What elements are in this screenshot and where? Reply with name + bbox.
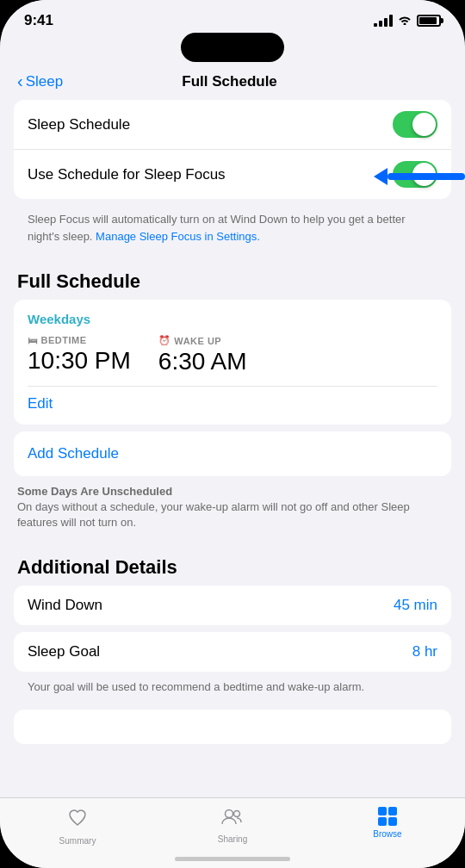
arrow-annotation <box>375 168 465 185</box>
battery-icon <box>417 15 441 27</box>
bedtime-block: 🛏 BEDTIME 10:30 PM <box>28 335 131 375</box>
sleep-goal-row[interactable]: Sleep Goal 8 hr <box>14 632 451 672</box>
sleep-goal-card[interactable]: Sleep Goal 8 hr <box>14 632 451 672</box>
tab-summary[interactable]: Summary <box>0 807 155 846</box>
scroll-content[interactable]: Sleep Schedule Use Schedule for Sleep Fo… <box>0 100 465 822</box>
additional-details-header: Additional Details <box>14 542 451 586</box>
wind-down-value: 45 min <box>394 597 437 614</box>
wakeup-value: 6:30 AM <box>158 348 247 375</box>
weekdays-schedule-card: Weekdays 🛏 BEDTIME 10:30 PM ⏰ WAKE UP 6:… <box>14 300 451 425</box>
focus-description: Sleep Focus will automatically turn on a… <box>14 206 451 257</box>
unscheduled-text: On days without a schedule, your wake-up… <box>17 499 448 530</box>
sleep-schedule-toggle[interactable] <box>393 111 437 138</box>
toggle-knob <box>412 113 436 136</box>
back-label: Sleep <box>26 73 63 90</box>
sleep-schedule-label: Sleep Schedule <box>28 116 130 133</box>
sharing-label: Sharing <box>218 834 247 844</box>
wind-down-row[interactable]: Wind Down 45 min <box>14 586 451 625</box>
partial-card <box>14 710 451 744</box>
sleep-goal-note: Your goal will be used to recommend a be… <box>14 675 451 706</box>
focus-settings-link[interactable]: Manage Sleep Focus in Settings. <box>96 230 260 243</box>
browse-label: Browse <box>373 829 401 839</box>
alarm-icon: ⏰ <box>158 335 171 346</box>
svg-point-1 <box>234 811 240 817</box>
unscheduled-title: Some Days Are Unscheduled <box>17 485 448 498</box>
back-chevron-icon: ‹ <box>17 71 23 91</box>
bed-icon: 🛏 <box>28 335 38 345</box>
wind-down-card[interactable]: Wind Down 45 min <box>14 586 451 625</box>
edit-button[interactable]: Edit <box>28 395 53 412</box>
wakeup-block: ⏰ WAKE UP 6:30 AM <box>158 335 247 375</box>
tab-browse[interactable]: Browse <box>310 807 465 839</box>
weekdays-label: Weekdays <box>28 312 437 326</box>
browse-icon <box>378 807 397 826</box>
wakeup-type: ⏰ WAKE UP <box>158 335 247 346</box>
heart-icon <box>67 807 88 833</box>
add-schedule-card[interactable]: Add Schedule <box>14 431 451 476</box>
unscheduled-note: Some Days Are Unscheduled On days withou… <box>14 480 451 542</box>
sleep-goal-value: 8 hr <box>412 643 437 660</box>
wifi-icon <box>398 14 412 28</box>
status-bar: 9:41 <box>0 0 465 33</box>
dynamic-island <box>181 33 284 62</box>
home-indicator <box>175 857 290 861</box>
bedtime-type: 🛏 BEDTIME <box>28 335 131 345</box>
sharing-icon <box>221 807 244 831</box>
add-schedule-button[interactable]: Add Schedule <box>28 445 119 462</box>
bedtime-value: 10:30 PM <box>28 347 131 375</box>
nav-bar: ‹ Sleep Full Schedule <box>0 65 465 100</box>
full-schedule-header: Full Schedule <box>14 257 451 300</box>
sleep-goal-label: Sleep Goal <box>28 643 100 660</box>
back-button[interactable]: ‹ Sleep <box>17 72 63 91</box>
summary-label: Summary <box>59 836 96 846</box>
tab-sharing[interactable]: Sharing <box>155 807 310 844</box>
wind-down-label: Wind Down <box>28 597 102 614</box>
status-time: 9:41 <box>24 12 53 29</box>
schedule-times: 🛏 BEDTIME 10:30 PM ⏰ WAKE UP 6:30 AM <box>28 335 437 375</box>
sleep-schedule-row: Sleep Schedule <box>14 100 451 149</box>
signal-icon <box>374 15 393 27</box>
nav-title: Full Schedule <box>63 73 396 90</box>
svg-point-0 <box>226 810 233 818</box>
divider <box>28 386 437 387</box>
status-icons <box>374 14 441 28</box>
use-focus-label: Use Schedule for Sleep Focus <box>28 166 226 183</box>
arrow-line <box>388 173 465 180</box>
arrow-head <box>374 168 388 185</box>
